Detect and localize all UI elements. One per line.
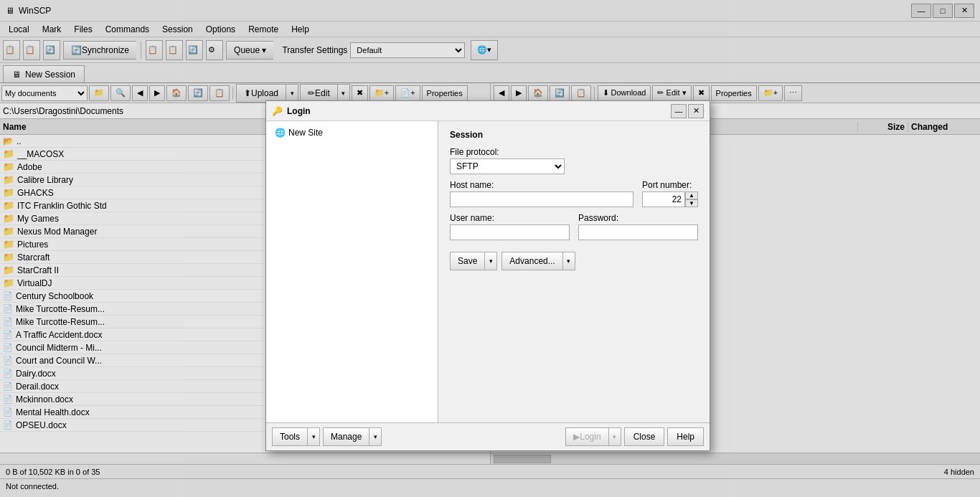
dialog-minimize-btn[interactable]: — [671,104,687,118]
port-input[interactable] [642,191,685,207]
port-down-btn[interactable]: ▼ [685,199,698,207]
file-protocol-row: File protocol: SFTP FTP SCP WebDAV S3 [450,147,698,174]
port-spinner: ▲ ▼ [642,191,698,207]
user-name-input[interactable] [450,224,570,240]
spinner-buttons: ▲ ▼ [685,191,698,207]
file-protocol-label: File protocol: [450,147,565,157]
port-up-btn[interactable]: ▲ [685,191,698,199]
new-site-label: New Site [288,128,323,138]
user-name-label: User name: [450,213,570,223]
host-name-input[interactable] [450,191,633,207]
host-port-row: Host name: Port number: ▲ ▼ [450,180,698,207]
new-site-item[interactable]: 🌐 New Site [269,124,435,141]
close-dialog-button[interactable]: Close [624,427,665,446]
advanced-arrow[interactable]: ▾ [562,252,575,270]
host-name-label: Host name: [450,180,633,190]
site-tree-panel: 🌐 New Site [266,121,438,422]
password-input[interactable] [578,224,698,240]
dialog-close-btn[interactable]: ✕ [688,104,704,118]
advanced-button[interactable]: Advanced... [501,252,562,270]
file-protocol-select[interactable]: SFTP FTP SCP WebDAV S3 [450,158,565,174]
manage-arrow[interactable]: ▾ [369,427,382,446]
dialog-icon: 🔑 [272,106,283,116]
tools-btn-group: Tools ▾ [272,427,320,446]
tools-arrow[interactable]: ▾ [307,427,320,446]
password-label: Password: [578,213,698,223]
port-label: Port number: [642,180,698,190]
save-arrow[interactable]: ▾ [484,252,497,270]
dialog-title: Login [287,106,311,116]
new-site-icon: 🌐 [275,128,286,138]
advanced-btn-group: Advanced... ▾ [501,252,575,270]
form-action-buttons: Save ▾ Advanced... ▾ [450,252,698,270]
login-btn-group: ▶ Login ▾ [565,427,621,446]
session-form: Session File protocol: SFTP FTP SCP WebD… [438,121,710,422]
login-dialog: 🔑 Login — ✕ 🌐 New Site Session File prot… [265,100,710,451]
tools-button[interactable]: Tools [272,427,307,446]
login-button[interactable]: ▶ Login [565,427,608,446]
credentials-row: User name: Password: [450,213,698,240]
save-button[interactable]: Save [450,252,484,270]
login-icon: ▶ [573,432,580,442]
login-arrow[interactable]: ▾ [608,427,621,446]
help-dialog-button[interactable]: Help [667,427,704,446]
save-btn-group: Save ▾ [450,252,497,270]
dialog-body: 🌐 New Site Session File protocol: SFTP F… [266,121,710,422]
session-section-title: Session [450,130,698,140]
manage-btn-group: Manage ▾ [323,427,382,446]
manage-button[interactable]: Manage [323,427,369,446]
dialog-bottom-bar: Tools ▾ Manage ▾ ▶ Login ▾ Close Help [266,422,710,450]
dialog-title-bar: 🔑 Login — ✕ [266,101,710,121]
